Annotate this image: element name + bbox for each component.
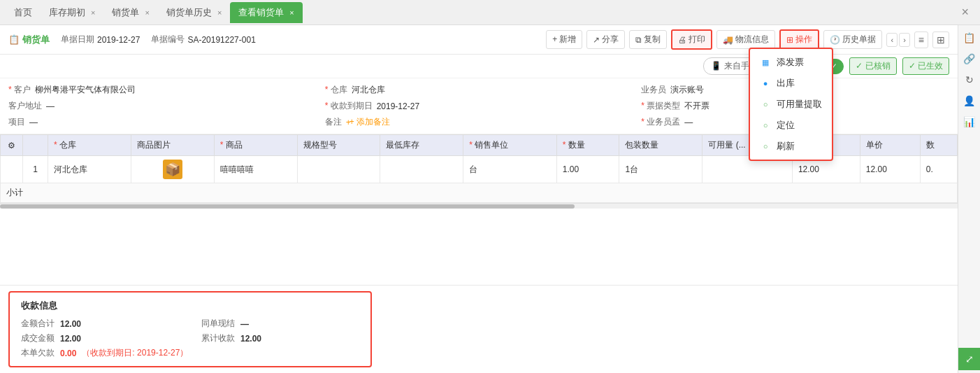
- row-qty-cell: 1.00: [556, 156, 619, 183]
- refresh-icon: ○: [760, 141, 771, 152]
- notes-field: 备注 + + 添加备注: [325, 116, 633, 128]
- salesperson-value: —: [684, 118, 693, 127]
- customer-field: 客户 柳州粤港平安气体有限公司: [8, 84, 317, 96]
- col-seq: [23, 135, 48, 156]
- tab-bar: 首页 库存期初 × 销货单 × 销货单历史 × 查看销货单 × ×: [0, 0, 980, 25]
- customer-value: 柳州粤港平安气体有限公司: [35, 84, 136, 96]
- ticket-type-label: 票据类型: [641, 100, 680, 112]
- operations-button[interactable]: ⊞ 操作: [779, 29, 819, 50]
- col-warehouse: * 仓库: [48, 135, 131, 156]
- sidebar-doc-icon[interactable]: 📋: [960, 28, 979, 48]
- address-label: 客户地址: [8, 100, 42, 112]
- subtotal-row: 小计: [1, 183, 958, 203]
- refresh-item[interactable]: ○ 刷新: [750, 136, 832, 157]
- sidebar-user-icon[interactable]: 👤: [960, 91, 979, 111]
- project-label: 项目: [8, 116, 25, 128]
- warehouse-field: 仓库 河北仓库: [325, 84, 633, 96]
- staff-value: 演示账号: [670, 84, 704, 96]
- close-sales-history[interactable]: ×: [217, 8, 222, 17]
- row-seq-cell: 1: [23, 156, 48, 183]
- print-icon: 🖨: [678, 35, 686, 45]
- new-button[interactable]: + 新增: [546, 30, 582, 49]
- sidebar-chart-icon[interactable]: 📊: [960, 112, 979, 132]
- warehouse-label: 仓库: [325, 84, 347, 96]
- col-amount: 数: [920, 135, 957, 156]
- col-spec: 规格型号: [297, 135, 380, 156]
- operations-dropdown: ▦ 添发票 ● 出库 ○ 可用量提取 ○ 定位 ○ 刷新: [749, 48, 833, 161]
- row-product-cell: 嘻嘻嘻嘻: [214, 156, 297, 183]
- doc-date: 单据日期 2019-12-27: [61, 34, 140, 45]
- row-img-cell: 📦: [131, 156, 214, 183]
- col-qty: * 数量: [556, 135, 619, 156]
- doc-title: 📋 销货单: [8, 34, 50, 46]
- salesperson-label: 业务员孟: [641, 116, 680, 128]
- row-spec-cell: [297, 156, 380, 183]
- notes-label: 备注: [325, 116, 342, 128]
- customer-label: 客户: [8, 84, 31, 96]
- row-amount-cell: 0.: [920, 156, 957, 183]
- arrears-row: 本单欠款 0.00 （收款到期日: 2019-12-27）: [21, 347, 359, 359]
- payment-date-label: 收款到期日: [325, 100, 373, 112]
- horizontal-scrollbar[interactable]: [0, 203, 958, 209]
- row-warehouse-cell: 河北仓库: [48, 156, 131, 183]
- copy-button[interactable]: ⧉ 复制: [629, 30, 667, 49]
- outbound-item[interactable]: ● 出库: [750, 73, 832, 94]
- available-qty-icon: ○: [760, 99, 771, 110]
- payment-grid: 金额合计 12.00 同单现结 — 成交金额 12.00 累计收款 12.00: [21, 318, 359, 359]
- truck-icon: 🚚: [723, 35, 733, 45]
- transaction-row: 成交金额 12.00: [21, 332, 179, 344]
- tab-home[interactable]: 首页: [6, 2, 41, 23]
- row-unit-price-cell: 12.00: [860, 156, 920, 183]
- close-view-sales[interactable]: ×: [289, 8, 294, 17]
- col-settings[interactable]: ⚙: [1, 135, 23, 156]
- right-sidebar: 📋 🔗 ↻ 👤 📊 ⤢: [958, 25, 980, 373]
- tab-view-sales[interactable]: 查看销货单 ×: [230, 2, 302, 23]
- tab-sales-order[interactable]: 销货单 ×: [103, 2, 157, 23]
- tab-stock-init[interactable]: 库存期初 ×: [41, 2, 103, 23]
- close-stock-init[interactable]: ×: [91, 8, 95, 17]
- bottom-section: 收款信息 金额合计 12.00 同单现结 — 成交金额 12.00: [0, 285, 958, 373]
- next-button[interactable]: ›: [899, 33, 910, 47]
- logistics-button[interactable]: 🚚 物流信息: [716, 30, 775, 49]
- available-qty-item[interactable]: ○ 可用量提取: [750, 94, 832, 115]
- locate-item[interactable]: ○ 定位: [750, 115, 832, 136]
- sidebar-refresh-icon[interactable]: ↻: [960, 70, 979, 90]
- subtotal-label-cell: 小计: [1, 183, 958, 203]
- outbound-icon: ●: [760, 78, 771, 89]
- print-button[interactable]: 🖨 打印: [671, 29, 712, 50]
- ticket-type-value: 不开票: [684, 100, 709, 112]
- payment-date-value: 2019-12-27: [377, 101, 419, 111]
- add-notes-button[interactable]: + + 添加备注: [346, 116, 390, 128]
- settlement-row: 同单现结 —: [201, 318, 359, 330]
- sidebar-expand-icon[interactable]: ⤢: [958, 348, 981, 370]
- history-button[interactable]: 🕐 历史单据: [823, 30, 882, 49]
- col-pack-qty: 包装数量: [619, 135, 702, 156]
- address-field: 客户地址 —: [8, 100, 317, 112]
- payment-date-field: 收款到期日 2019-12-27: [325, 100, 633, 112]
- row-unit-cell: 台: [463, 156, 557, 183]
- prev-button[interactable]: ‹: [886, 33, 898, 47]
- share-button[interactable]: ↗ 分享: [586, 30, 625, 49]
- col-min-stock: 最低库存: [380, 135, 463, 156]
- row-pack-qty-cell: 1台: [619, 156, 702, 183]
- address-value: —: [46, 101, 55, 111]
- view-grid-button[interactable]: ⊞: [932, 31, 949, 48]
- payment-info-box: 收款信息 金额合计 12.00 同单现结 — 成交金额 12.00: [8, 291, 372, 367]
- sold-button[interactable]: ✓ 已核销: [849, 57, 896, 75]
- tab-sales-history[interactable]: 销货单历史 ×: [158, 2, 230, 23]
- row-min-stock-cell: [380, 156, 463, 183]
- history-icon: 🕐: [830, 35, 840, 45]
- view-list-button[interactable]: ≡: [914, 31, 928, 48]
- col-unit: * 销售单位: [463, 135, 557, 156]
- col-product: * 商品: [214, 135, 297, 156]
- effective-button[interactable]: ✓ 已生效: [902, 57, 949, 75]
- row-settings-cell: [1, 156, 23, 183]
- copy-icon: ⧉: [635, 35, 642, 45]
- add-invoice-item[interactable]: ▦ 添发票: [750, 52, 832, 73]
- sidebar-link-icon[interactable]: 🔗: [960, 49, 979, 69]
- window-close-button[interactable]: ×: [956, 2, 974, 22]
- warehouse-value: 河北仓库: [352, 84, 385, 96]
- phone-icon: 📱: [711, 61, 721, 71]
- scroll-thumb[interactable]: [0, 204, 575, 209]
- close-sales-order[interactable]: ×: [145, 8, 149, 17]
